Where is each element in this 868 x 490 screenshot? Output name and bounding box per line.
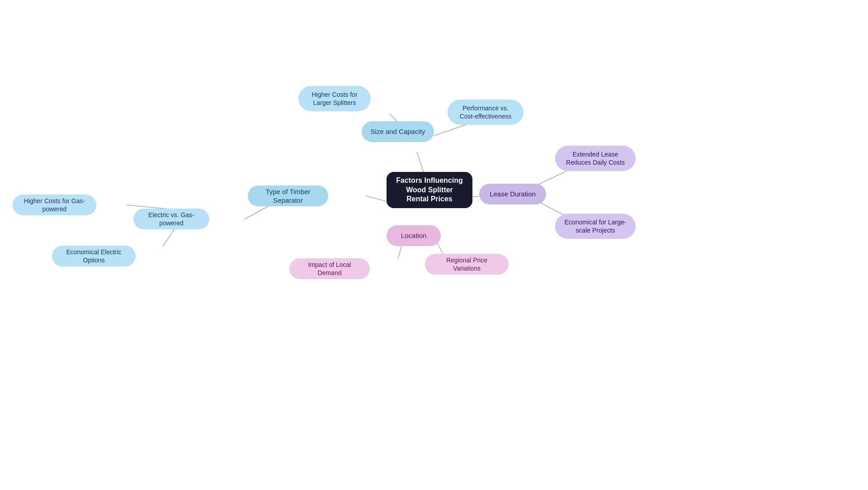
performance-cost-label: Performance vs. Cost-effectiveness — [456, 104, 515, 120]
extended-lease-label: Extended Lease Reduces Daily Costs — [563, 150, 627, 167]
economical-large-label: Economical for Large-scale Projects — [563, 218, 627, 234]
size-capacity-node: Size and Capacity — [362, 121, 434, 142]
location-node: Location — [387, 225, 441, 246]
svg-line-3 — [366, 196, 387, 201]
higher-costs-gas-node: Higher Costs for Gas-powered — [13, 195, 96, 215]
type-timber-label: Type of Timber Separator — [256, 187, 320, 205]
economical-large-node: Economical for Large-scale Projects — [555, 214, 636, 239]
performance-cost-node: Performance vs. Cost-effectiveness — [448, 100, 524, 125]
size-capacity-label: Size and Capacity — [371, 127, 425, 136]
center-label: Factors Influencing Wood Splitter Rental… — [395, 176, 464, 204]
impact-local-node: Impact of Local Demand — [289, 258, 370, 279]
economical-electric-label: Economical Electric Options — [60, 248, 127, 264]
higher-costs-larger-label: Higher Costs for Larger Splitters — [307, 90, 363, 107]
electric-gas-label: Electric vs. Gas-powered — [142, 211, 201, 227]
extended-lease-node: Extended Lease Reduces Daily Costs — [555, 146, 636, 171]
impact-local-label: Impact of Local Demand — [297, 261, 362, 277]
electric-gas-node: Electric vs. Gas-powered — [133, 209, 209, 229]
lease-duration-label: Lease Duration — [490, 190, 536, 199]
higher-costs-larger-node: Higher Costs for Larger Splitters — [298, 86, 371, 111]
regional-price-node: Regional Price Variations — [425, 254, 509, 275]
lease-duration-node: Lease Duration — [479, 184, 546, 205]
center-node: Factors Influencing Wood Splitter Rental… — [387, 172, 472, 208]
economical-electric-node: Economical Electric Options — [52, 246, 136, 266]
location-label: Location — [401, 231, 427, 240]
regional-price-label: Regional Price Variations — [433, 256, 500, 272]
type-timber-node: Type of Timber Separator — [248, 186, 328, 206]
higher-costs-gas-label: Higher Costs for Gas-powered — [21, 197, 88, 213]
svg-line-2 — [434, 124, 468, 136]
